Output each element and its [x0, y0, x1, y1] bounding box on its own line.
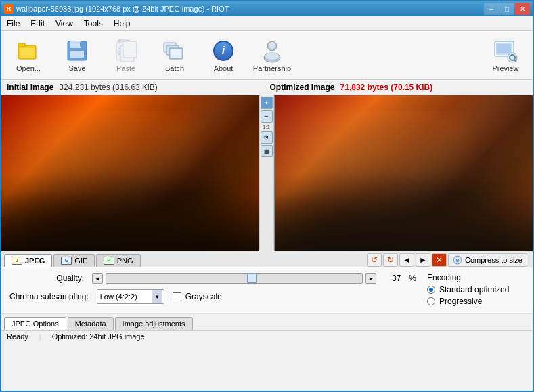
tab-metadata[interactable]: Metadata [68, 317, 114, 330]
original-image [1, 95, 259, 251]
paste-icon [114, 39, 138, 63]
quality-decrease-button[interactable]: ◄ [92, 273, 103, 284]
grayscale-checkbox[interactable] [173, 292, 181, 301]
paste-button[interactable]: Paste [103, 35, 149, 77]
save-label: Save [68, 64, 85, 72]
menu-file[interactable]: File [1, 18, 25, 30]
initial-image-info: Initial image 324,231 bytes (316.63 KiB) [7, 83, 265, 92]
menu-help[interactable]: Help [108, 18, 136, 30]
paste-label: Paste [116, 64, 135, 72]
tab-gif[interactable]: G GIF [53, 254, 94, 267]
quality-row: Quality: ◄ ► 37 % [9, 273, 416, 284]
thumbnail-button[interactable]: ▦ [261, 145, 273, 157]
partnership-button[interactable]: Partnership [249, 35, 295, 77]
close-button[interactable]: ✕ [515, 3, 530, 15]
options-panel: Quality: ◄ ► 37 % Chroma subsampling: Lo… [1, 267, 533, 314]
status-bar: Ready | Optimized: 24bit JPG image [1, 330, 533, 342]
svg-point-22 [265, 53, 279, 60]
jpeg-icon: J [12, 257, 22, 265]
chroma-row: Chroma subsampling: Low (4:2:2) ▼ Graysc… [9, 289, 416, 304]
encoding-progressive-label: Progressive [439, 297, 482, 306]
svg-rect-18 [171, 49, 181, 58]
save-button[interactable]: Save [54, 35, 100, 77]
minimize-button[interactable]: – [484, 3, 499, 15]
app-icon: R [4, 4, 14, 14]
partnership-icon [260, 39, 284, 63]
initial-image-size: 324,231 bytes (316.63 KiB) [59, 83, 157, 92]
encoding-progressive-radio[interactable] [427, 297, 435, 305]
tab-gif-label: GIF [74, 257, 87, 265]
encoding-label: Encoding [427, 273, 525, 282]
tab-image-adjustments[interactable]: Image adjustments [115, 317, 193, 330]
encoding-standard-row: Standard optimized [427, 285, 525, 295]
save-icon [65, 39, 89, 63]
compress-to-size-button[interactable]: ⊕ Compress to size [448, 253, 527, 267]
quality-slider[interactable] [106, 273, 363, 284]
fit-button[interactable]: ⊡ [261, 131, 273, 144]
redo-button[interactable]: ↻ [383, 253, 398, 267]
batch-label: Batch [165, 64, 184, 72]
menu-view[interactable]: View [50, 18, 79, 30]
compress-to-size-label: Compress to size [465, 256, 522, 264]
chroma-dropdown-arrow: ▼ [152, 290, 162, 303]
grayscale-row: Grayscale [173, 292, 222, 301]
open-button[interactable]: Open... [5, 35, 51, 77]
menu-edit[interactable]: Edit [25, 18, 50, 30]
format-tabs-actions: ↺ ↻ ◄ ► ✕ ⊕ Compress to size [142, 253, 530, 267]
about-button[interactable]: i About [200, 35, 246, 77]
status-left: Ready [7, 332, 28, 341]
tab-metadata-label: Metadata [75, 320, 106, 328]
zoom-ratio: 1:1 [263, 124, 270, 130]
image-panels: + – 1:1 ⊡ ▦ [1, 95, 533, 251]
title-bar-controls: – □ ✕ [484, 3, 530, 15]
image-header: Initial image 324,231 bytes (316.63 KiB)… [1, 80, 533, 95]
zoom-in-button[interactable]: + [261, 97, 273, 109]
tab-jpeg-label: JPEG [25, 257, 45, 265]
optimized-image-panel [274, 95, 533, 251]
options-left: Quality: ◄ ► 37 % Chroma subsampling: Lo… [9, 273, 416, 308]
png-icon: P [104, 257, 114, 265]
about-label: About [214, 64, 233, 72]
original-image-panel [1, 95, 259, 251]
quality-increase-button[interactable]: ► [365, 273, 376, 284]
chroma-label: Chroma subsampling: [9, 292, 89, 301]
pan-left-button[interactable]: ◄ [399, 253, 414, 267]
tab-png-label: PNG [117, 257, 133, 265]
encoding-standard-radio[interactable] [427, 286, 435, 294]
encoding-progressive-row: Progressive [427, 297, 525, 306]
svg-rect-2 [20, 48, 35, 58]
tab-png[interactable]: P PNG [96, 254, 141, 267]
tab-jpeg[interactable]: J JPEG [4, 254, 52, 267]
chroma-value: Low (4:2:2) [100, 292, 137, 301]
svg-point-21 [269, 42, 275, 49]
tab-image-adjustments-label: Image adjustments [123, 320, 185, 328]
maximize-button[interactable]: □ [499, 3, 514, 15]
bottom-tabs: JPEG Options Metadata Image adjustments [1, 314, 533, 330]
encoding-standard-label: Standard optimized [439, 285, 509, 295]
status-right: Optimized: 24bit JPG image [52, 332, 145, 341]
svg-rect-5 [70, 51, 84, 58]
batch-button[interactable]: Batch [152, 35, 198, 77]
warrior-group-left [1, 142, 259, 251]
svg-text:⊕: ⊕ [455, 258, 460, 263]
encoding-section: Encoding Standard optimized Progressive [416, 273, 525, 308]
menu-tools[interactable]: Tools [79, 18, 108, 30]
initial-image-label: Initial image [7, 83, 53, 92]
tab-jpeg-options[interactable]: JPEG Options [4, 317, 66, 330]
compress-icon: ⊕ [453, 255, 462, 265]
preview-button[interactable]: Preview [483, 35, 529, 77]
zoom-out-button[interactable]: – [261, 110, 273, 123]
undo-button[interactable]: ↺ [367, 253, 382, 267]
pan-right-button[interactable]: ► [416, 253, 430, 267]
format-tabs-bar: J JPEG G GIF P PNG ↺ ↻ ◄ ► ✕ ⊕ Compress … [1, 251, 533, 267]
optimized-image-info: Optimized image 71,832 bytes (70.15 KiB) [265, 83, 528, 92]
title-bar-text: R wallpaper-56988.jpg (1024x768 px @ 24b… [4, 4, 229, 14]
preview-icon [493, 39, 518, 63]
chroma-select[interactable]: Low (4:2:2) ▼ [97, 289, 164, 304]
delete-button[interactable]: ✕ [432, 253, 447, 267]
optimized-image [275, 95, 533, 251]
grayscale-label: Grayscale [185, 292, 222, 301]
quality-thumb [247, 274, 257, 283]
batch-icon [162, 39, 187, 63]
svg-rect-14 [123, 41, 137, 58]
